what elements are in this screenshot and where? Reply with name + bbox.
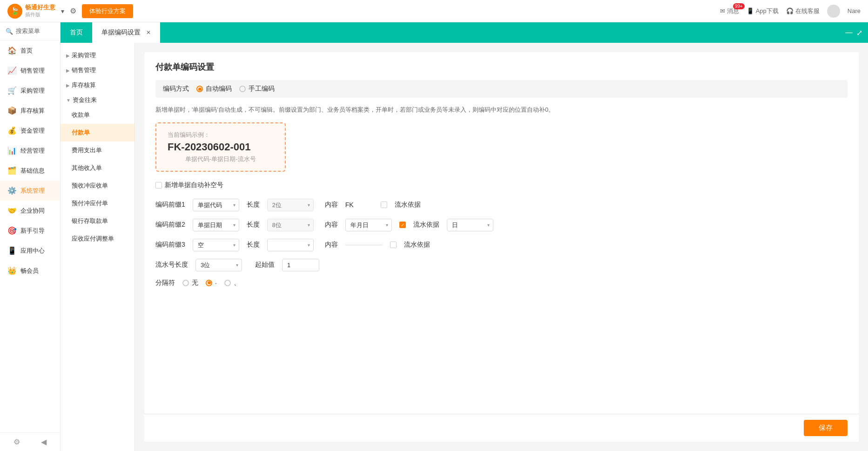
auto-fill-checkbox[interactable]: [155, 182, 162, 188]
tab-home[interactable]: 首页: [61, 22, 92, 43]
sidebar-item-system[interactable]: ⚙️ 系统管理: [0, 181, 60, 201]
user-name: Nare: [848, 7, 861, 14]
sidebar-item-member[interactable]: 👑 畅会员: [0, 261, 60, 281]
manual-code-label: 手工编码: [249, 85, 275, 93]
prefix2-serial-checkbox[interactable]: ✓: [399, 222, 406, 228]
apps-icon: 📱: [7, 246, 17, 255]
tab-encoding[interactable]: 单据编码设置 ✕: [92, 22, 160, 43]
sidebar-item-enterprise[interactable]: 🤝 企业协同: [0, 201, 60, 221]
headset-icon: 🎧: [786, 7, 794, 14]
tab-maximize-icon[interactable]: ⤢: [856, 28, 862, 37]
sub-item-expense-label: 费用支出单: [72, 146, 102, 155]
prefix3-serial-checkbox[interactable]: [390, 242, 397, 248]
prefix3-select[interactable]: 空: [193, 239, 239, 251]
sub-item-other-income[interactable]: 其他收入单: [61, 159, 135, 177]
prefix3-length-select[interactable]: [267, 239, 314, 251]
nav-dropdown-arrow[interactable]: ▾: [61, 7, 64, 15]
sidebar: 🔍 搜索菜单 🏠 首页 📈 销售管理 🛒 采购管理 📦 库存核算 💰 资金管理 …: [0, 22, 61, 451]
trial-button[interactable]: 体验行业方案: [82, 4, 133, 18]
finance-icon: 💰: [7, 126, 17, 135]
sub-item-payment[interactable]: 付款单: [61, 124, 135, 141]
sub-item-receipt[interactable]: 收款单: [61, 106, 135, 124]
prefix2-length-select[interactable]: 8位: [267, 219, 314, 231]
prefix2-length-label: 长度: [247, 221, 260, 229]
logo-text: 畅通好生意: [25, 4, 55, 11]
logo-area: 🍃 畅通好生意 插件版: [7, 4, 55, 19]
operations-icon: 📊: [7, 146, 17, 155]
sidebar-label-basic: 基础信息: [20, 167, 45, 175]
sidebar-item-sales[interactable]: 📈 销售管理: [0, 61, 60, 81]
prefix2-row: 编码前缀2 单据日期 ▾ 长度 8位 ▾: [155, 219, 848, 231]
sidebar-item-operations[interactable]: 📊 经营管理: [0, 141, 60, 161]
sub-item-bank[interactable]: 银行存取款单: [61, 212, 135, 230]
prefix1-length-wrapper: 2位 ▾: [267, 199, 314, 211]
top-bar-right: ✉ 消息 99+ 📱 App下载 🎧 在线客服 Nare: [720, 5, 861, 18]
settings-bottom-icon[interactable]: ⚙: [13, 438, 20, 446]
prefix1-serial-label: 流水依据: [395, 201, 421, 209]
prefix1-row: 编码前缀1 单据代码 ▾ 长度 2位 ▾: [155, 199, 848, 211]
tab-encoding-label: 单据编码设置: [101, 28, 141, 37]
info-text: 新增单据时，'单据编码'自动生成，不可编辑。前缀设置为部门、业务员等档案类，开单…: [155, 105, 848, 115]
prefix3-select-wrapper: 空 ▾: [193, 239, 239, 251]
prefix1-length-select[interactable]: 2位: [267, 199, 314, 211]
collapse-icon[interactable]: ◀: [41, 438, 47, 446]
serial-start-input[interactable]: [282, 259, 319, 271]
online-service-area[interactable]: 🎧 在线客服: [786, 7, 820, 15]
sep-none-radio[interactable]: 无: [182, 279, 198, 287]
auto-code-label: 自动编码: [206, 85, 232, 93]
sidebar-bottom: ⚙ ◀: [0, 432, 60, 451]
sep-dot-radio[interactable]: ·: [206, 279, 217, 287]
app-download-label: App下载: [756, 7, 779, 15]
sub-group-sales[interactable]: ▶ 销售管理: [61, 61, 135, 76]
prefix2-select[interactable]: 单据日期: [193, 219, 239, 231]
sub-item-other-income-label: 其他收入单: [72, 164, 102, 172]
newbie-icon: 🎯: [7, 226, 17, 235]
serial-start-label: 起始值: [255, 261, 275, 269]
prefix1-serial-checkbox[interactable]: [381, 202, 387, 208]
user-avatar[interactable]: [827, 5, 840, 18]
sub-item-prepay-offset[interactable]: 预收冲应收单: [61, 177, 135, 195]
sub-item-expense[interactable]: 费用支出单: [61, 141, 135, 159]
auto-code-radio[interactable]: 自动编码: [196, 85, 232, 93]
sidebar-item-purchase[interactable]: 🛒 采购管理: [0, 81, 60, 101]
prefix3-length-label: 长度: [247, 241, 260, 249]
sidebar-item-finance[interactable]: 💰 资金管理: [0, 121, 60, 141]
sidebar-label-inventory: 库存核算: [20, 107, 45, 115]
sidebar-search[interactable]: 🔍 搜索菜单: [0, 22, 60, 40]
sidebar-item-newbie[interactable]: 🎯 新手引导: [0, 221, 60, 241]
app-download-area[interactable]: 📱 App下载: [747, 7, 779, 15]
sidebar-item-apps[interactable]: 📱 应用中心: [0, 241, 60, 261]
sub-group-purchase[interactable]: ▶ 采购管理: [61, 47, 135, 61]
tab-minimize-icon[interactable]: —: [845, 28, 853, 37]
prefix2-label: 编码前缀2: [155, 221, 185, 229]
manual-code-radio[interactable]: 手工编码: [239, 85, 275, 93]
serial-length-select[interactable]: 3位: [195, 259, 242, 271]
sidebar-item-basic[interactable]: 🗂️ 基础信息: [0, 161, 60, 181]
sub-group-finance[interactable]: ▼ 资金往来: [61, 91, 135, 106]
save-button[interactable]: 保存: [804, 420, 848, 436]
sidebar-item-home[interactable]: 🏠 首页: [0, 40, 60, 61]
tab-close-icon[interactable]: ✕: [146, 29, 151, 36]
prefix3-length-wrapper: ▾: [267, 239, 314, 251]
message-badge: 99+: [733, 3, 745, 9]
preview-current-label: 当前编码示例：: [168, 131, 274, 139]
sep-dash-radio[interactable]: 、: [224, 279, 240, 287]
prefix2-content-label: 内容: [325, 221, 338, 229]
prefix2-content-select[interactable]: 年月日: [345, 219, 392, 231]
sidebar-item-inventory[interactable]: 📦 库存核算: [0, 101, 60, 121]
prefix2-period-select[interactable]: 日: [447, 219, 493, 231]
encoding-method-row: 编码方式 自动编码 手工编码: [155, 80, 848, 98]
settings-icon-top[interactable]: ⚙: [70, 7, 76, 15]
top-bar: 🍃 畅通好生意 插件版 ▾ ⚙ 体验行业方案 ✉ 消息 99+ 📱 App下载 …: [0, 0, 868, 22]
sub-item-payment-label: 付款单: [72, 128, 90, 137]
page-title: 付款单编码设置: [155, 61, 848, 73]
sub-group-inventory[interactable]: ▶ 库存核算: [61, 76, 135, 91]
sub-item-prepay-offset2[interactable]: 预付冲应付单: [61, 195, 135, 212]
top-bar-left: 🍃 畅通好生意 插件版 ▾ ⚙ 体验行业方案: [7, 4, 133, 19]
preview-code: FK-20230602-001: [168, 141, 274, 153]
message-area[interactable]: ✉ 消息 99+: [720, 7, 739, 15]
prefix1-select[interactable]: 单据代码: [193, 199, 239, 211]
serial-length-label: 流水号长度: [155, 261, 188, 269]
sub-item-adjust[interactable]: 应收应付调整单: [61, 230, 135, 248]
sub-group-sales-label: 销售管理: [72, 66, 96, 74]
